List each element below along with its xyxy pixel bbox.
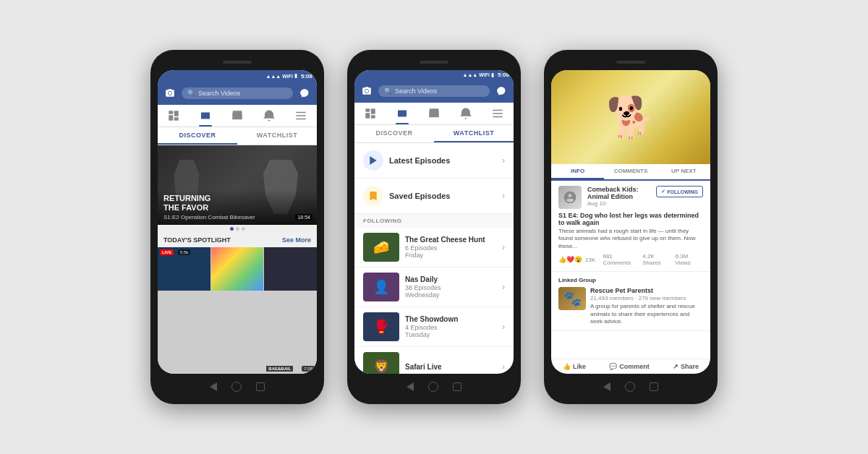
tab-watchlist-2[interactable]: WATCHLIST — [434, 125, 514, 142]
tab-watchlist-1[interactable]: WATCHLIST — [237, 127, 317, 145]
svg-rect-10 — [365, 113, 370, 119]
tab-comments[interactable]: COMMENTS — [604, 164, 657, 179]
tab-upnext[interactable]: UP NEXT — [658, 164, 710, 179]
action-bar-3: 👍 Like 💬 Comment ↗ Share — [551, 359, 710, 374]
camera-icon-2[interactable] — [359, 83, 375, 99]
nav-menu-1[interactable] — [294, 109, 307, 122]
saved-episodes-label: Saved Episodes — [389, 192, 502, 200]
nav-icons-1 — [158, 105, 317, 127]
messenger-icon-2[interactable] — [493, 83, 509, 99]
spotlight-cell-colorful[interactable] — [211, 247, 264, 374]
saved-episodes-item[interactable]: Saved Episodes › — [354, 179, 514, 214]
tab-discover-1[interactable]: DISCOVER — [158, 127, 237, 145]
spotlight-cell-sport[interactable]: LIVE 5.5k — [158, 247, 210, 374]
nav-back-btn-2[interactable] — [407, 382, 414, 391]
nav-back-btn-3[interactable] — [603, 382, 610, 391]
nav-bell-2[interactable] — [459, 107, 472, 120]
svg-rect-15 — [493, 116, 503, 118]
episode-title: S1 E4: Dog who lost her legs was determi… — [558, 212, 703, 226]
status-bar-2: ▲▲▲ WiFi ▮ 5:08 — [354, 70, 514, 80]
nav-home-btn-1[interactable] — [231, 382, 242, 392]
wow-reaction: 😮 — [574, 256, 582, 263]
show-thumb-1: 👤 — [363, 273, 399, 301]
video-thumbnail-3: 🐕 — [551, 70, 710, 164]
show-info-2: The Showdown 4 Episodes Tuesday — [405, 315, 502, 338]
svg-rect-13 — [493, 110, 503, 111]
show-thumb-3: 🦁 — [363, 352, 399, 374]
show-item-0[interactable]: 🧀 The Great Cheese Hunt 6 Episodes Frida… — [354, 228, 514, 267]
signal-icon: ▲▲▲ — [265, 74, 281, 79]
battery-icon: ▮ — [294, 73, 297, 79]
svg-rect-3 — [174, 111, 179, 116]
show-thumb-0: 🧀 — [363, 233, 399, 262]
show-day-2: Tuesday — [405, 331, 502, 338]
phone-1: ▲▲▲ WiFi ▮ 5:08 🔍 Search Videos — [150, 50, 324, 404]
nav-home-1[interactable] — [167, 109, 180, 122]
phone-3: 🐕 INFO COMMENTS UP NEXT Comeback Kids: A… — [544, 50, 718, 404]
like-reaction: 👍 — [558, 256, 566, 263]
follow-button[interactable]: ✓ FOLLOWING — [656, 186, 703, 197]
show-day-1: Wednesday — [405, 291, 502, 299]
reaction-count: 23K — [585, 257, 595, 263]
spotlight-cell-shock[interactable]: BAE&BAIL 7:28 — [264, 247, 317, 374]
messenger-icon-1[interactable] — [297, 85, 312, 101]
show-episodes-1: 38 Episodes — [405, 284, 502, 291]
latest-episodes-item[interactable]: Latest Episodes › — [354, 143, 514, 179]
show-title-3: Comeback Kids: Animal Edition — [587, 186, 650, 200]
tab-discover-2[interactable]: DISCOVER — [354, 125, 434, 142]
nav-video-2[interactable] — [396, 107, 409, 120]
latest-episodes-label: Latest Episodes — [389, 156, 502, 165]
show-info-3: Safari Live — [405, 363, 502, 371]
show-chevron-0: › — [502, 242, 505, 252]
show-item-1[interactable]: 👤 Nas Daily 38 Episodes Wednesday › — [354, 267, 514, 307]
comment-count: 881 Comments — [603, 253, 639, 266]
comment-action[interactable]: 💬 Comment — [609, 363, 650, 370]
show-item-2[interactable]: 🥊 The Showdown 4 Episodes Tuesday › — [354, 307, 514, 347]
nav-home-btn-2[interactable] — [428, 382, 438, 392]
group-name: Rescue Pet Parentst — [590, 287, 703, 294]
tabs-2: DISCOVER WATCHLIST — [354, 125, 514, 143]
saved-chevron: › — [502, 191, 505, 201]
like-action[interactable]: 👍 Like — [563, 363, 586, 370]
nav-recents-btn-3[interactable] — [650, 382, 658, 391]
show-chevron-2: › — [502, 322, 505, 332]
shares-count: 4.2K Shares — [642, 253, 672, 266]
tab-info[interactable]: INFO — [551, 164, 604, 179]
show-episodes-0: 6 Episodes — [405, 244, 502, 252]
show-item-3[interactable]: 🦁 Safari Live › — [354, 347, 514, 374]
nav-back-btn-1[interactable] — [210, 382, 217, 391]
svg-rect-2 — [169, 115, 173, 121]
nav-store-2[interactable] — [427, 107, 441, 120]
search-icon-1: 🔍 — [187, 90, 195, 97]
nav-store-1[interactable] — [231, 109, 244, 122]
nav-recents-btn-2[interactable] — [453, 382, 461, 391]
nav-recents-btn-1[interactable] — [256, 382, 265, 391]
nav-icons-2 — [354, 103, 514, 125]
search-placeholder-1: Search Videos — [198, 90, 240, 97]
search-bar-1[interactable]: 🔍 Search Videos — [182, 87, 293, 99]
checkmark-icon: ✓ — [661, 189, 665, 194]
nav-video-1[interactable] — [199, 109, 212, 122]
nav-menu-2[interactable] — [491, 107, 504, 120]
camera-icon[interactable] — [162, 85, 178, 101]
hero-duration-1: 18:54 — [295, 214, 312, 220]
nav-home-2[interactable] — [364, 107, 377, 120]
spotlight-header-1: TODAY'S SPOTLIGHT See More — [158, 233, 317, 247]
nav-home-btn-3[interactable] — [625, 382, 635, 392]
hero-subtitle-1: S1:E2 Operation Combat Bikesaver — [163, 214, 311, 220]
fb-header-2: 🔍 Search Videos — [354, 80, 514, 103]
nav-bell-1[interactable] — [263, 109, 276, 122]
show-avatar — [558, 186, 582, 209]
share-icon: ↗ — [673, 363, 678, 370]
cell-duration: 7:28 — [302, 366, 315, 372]
share-action[interactable]: ↗ Share — [673, 363, 699, 370]
carousel-dots-1 — [158, 225, 317, 233]
see-more-1[interactable]: See More — [282, 236, 311, 244]
video-hero-1[interactable]: RETURNINGTHE FAVOR S1:E2 Operation Comba… — [158, 145, 317, 225]
svg-rect-11 — [371, 108, 375, 114]
saved-icon — [363, 186, 383, 206]
svg-marker-16 — [370, 156, 376, 165]
search-bar-2[interactable]: 🔍 Search Videos — [378, 85, 490, 97]
show-name-3: Safari Live — [405, 363, 502, 371]
svg-rect-7 — [296, 119, 306, 120]
